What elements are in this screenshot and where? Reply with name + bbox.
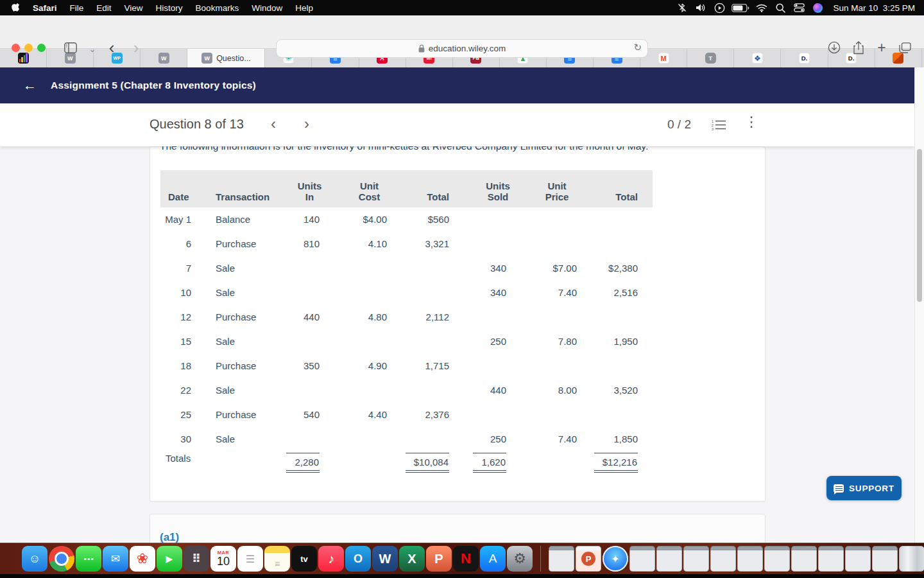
appstore-icon[interactable]: A bbox=[480, 546, 506, 572]
word-icon[interactable]: W bbox=[372, 546, 398, 572]
menu-bar-status: Sun Mar 10 3:25 PM bbox=[675, 1, 924, 15]
url-text: education.wiley.com bbox=[429, 44, 506, 53]
sidebar-icon[interactable] bbox=[62, 39, 80, 57]
minimized-window-icon[interactable] bbox=[845, 546, 871, 572]
menu-file[interactable]: File bbox=[64, 3, 90, 13]
tab-question-active[interactable]: WQuestio... bbox=[187, 49, 265, 67]
table-cell: 540 bbox=[277, 403, 325, 427]
volume-icon[interactable] bbox=[694, 1, 708, 15]
table-cell: 340 bbox=[454, 281, 511, 305]
question-score: 0 / 2 bbox=[667, 118, 691, 132]
menu-history[interactable]: History bbox=[150, 3, 189, 13]
minimized-window-icon[interactable] bbox=[791, 546, 817, 572]
table-cell: 4.90 bbox=[325, 354, 392, 378]
finder-icon[interactable]: ☺ bbox=[22, 546, 47, 572]
photos-icon[interactable]: ❀ bbox=[130, 546, 155, 572]
play-circle-icon[interactable] bbox=[712, 1, 726, 15]
launchpad-icon[interactable]: ⠿ bbox=[184, 546, 209, 572]
minimized-window-icon[interactable] bbox=[872, 546, 898, 572]
menu-safari[interactable]: Safari bbox=[26, 3, 64, 13]
tab-diamond[interactable]: ❖ bbox=[734, 49, 781, 67]
netflix-icon[interactable]: N bbox=[453, 546, 479, 572]
siri-icon[interactable] bbox=[810, 1, 825, 15]
table-cell: 140 bbox=[277, 207, 325, 232]
wifi-icon[interactable] bbox=[755, 1, 769, 15]
reminders-icon[interactable]: ☰ bbox=[237, 546, 263, 572]
minimized-window-icon[interactable] bbox=[710, 546, 736, 572]
new-tab-icon[interactable]: + bbox=[873, 39, 891, 57]
table-cell bbox=[582, 305, 653, 329]
tab-overview-icon[interactable] bbox=[896, 39, 914, 57]
mail-icon[interactable]: ✉ bbox=[103, 546, 128, 572]
back-arrow-icon[interactable]: ← bbox=[23, 79, 37, 92]
totals-cell bbox=[325, 451, 392, 491]
table-cell bbox=[277, 281, 325, 305]
menu-window[interactable]: Window bbox=[245, 3, 289, 13]
question-list-icon[interactable]: 123 bbox=[711, 119, 726, 131]
url-field[interactable]: education.wiley.com ↻ bbox=[276, 39, 648, 58]
calendar-icon[interactable]: MAR10 bbox=[210, 546, 236, 572]
dock: ☺⋯✉❀▶⠿MAR10☰≡tv♪OWXPNA⚙P✦ bbox=[0, 543, 924, 574]
table-cell: Sale bbox=[196, 256, 277, 281]
back-button[interactable]: ‹ bbox=[103, 39, 121, 57]
share-icon[interactable] bbox=[850, 39, 868, 57]
menu-bar-clock[interactable]: Sun Mar 10 3:25 PM bbox=[833, 3, 915, 13]
control-center-icon[interactable] bbox=[792, 1, 806, 15]
table-cell: 2,516 bbox=[582, 281, 653, 305]
menu-edit[interactable]: Edit bbox=[90, 3, 117, 13]
close-window-button[interactable] bbox=[12, 44, 20, 52]
tab-t[interactable]: T bbox=[687, 49, 734, 67]
notes-icon[interactable]: ≡ bbox=[264, 546, 290, 572]
music-icon[interactable]: ♪ bbox=[318, 546, 344, 572]
bluetooth-off-icon[interactable] bbox=[675, 1, 689, 15]
table-cell: 10 bbox=[160, 281, 196, 305]
minimized-window-icon[interactable] bbox=[764, 546, 790, 572]
scrollbar-thumb[interactable] bbox=[917, 149, 922, 302]
minimized-powerpoint-icon[interactable]: P bbox=[576, 546, 601, 572]
menu-view[interactable]: View bbox=[118, 3, 150, 13]
table-cell: May 1 bbox=[160, 207, 196, 232]
minimized-window-icon[interactable] bbox=[656, 546, 682, 572]
tab-wiley-2[interactable]: W bbox=[141, 49, 187, 67]
tab-d-1-favicon: D. bbox=[799, 53, 810, 64]
tab-d-1[interactable]: D. bbox=[781, 49, 828, 67]
safari-dock-icon[interactable]: ✦ bbox=[603, 546, 628, 572]
minimized-window-icon[interactable] bbox=[629, 546, 655, 572]
table-cell bbox=[392, 427, 454, 451]
chrome-icon[interactable] bbox=[49, 546, 74, 572]
settings-icon[interactable]: ⚙ bbox=[507, 546, 533, 572]
downloads-icon[interactable] bbox=[825, 39, 843, 57]
part-a1-link[interactable]: (a1) bbox=[160, 531, 179, 544]
zoom-window-button[interactable] bbox=[37, 44, 46, 52]
table-cell bbox=[392, 378, 454, 403]
facetime-icon[interactable]: ▶ bbox=[157, 546, 182, 572]
minimized-window-icon[interactable] bbox=[683, 546, 709, 572]
outlook-icon[interactable]: O bbox=[345, 546, 371, 572]
table-cell bbox=[325, 427, 392, 451]
sidebar-chevron-down-icon[interactable]: ⌄ bbox=[83, 40, 101, 58]
reload-icon[interactable]: ↻ bbox=[633, 42, 642, 53]
appletv-icon[interactable]: tv bbox=[291, 546, 317, 572]
search-icon[interactable] bbox=[773, 1, 787, 15]
trash-icon[interactable] bbox=[899, 546, 924, 572]
table-cell bbox=[511, 305, 582, 329]
powerpoint-icon[interactable]: P bbox=[426, 546, 452, 572]
forward-button[interactable]: › bbox=[127, 39, 145, 57]
next-question-button[interactable]: › bbox=[304, 115, 309, 133]
minimized-window-icon[interactable] bbox=[818, 546, 844, 572]
prev-question-button[interactable]: ‹ bbox=[271, 115, 276, 133]
excel-icon[interactable]: X bbox=[399, 546, 425, 572]
minimized-window-icon[interactable] bbox=[737, 546, 763, 572]
table-cell: $560 bbox=[392, 207, 454, 232]
minimized-window-icon[interactable] bbox=[549, 546, 574, 572]
minimize-window-button[interactable] bbox=[24, 44, 33, 52]
apple-menu-icon[interactable] bbox=[12, 3, 20, 13]
support-button[interactable]: SUPPORT bbox=[826, 476, 902, 500]
table-cell bbox=[511, 354, 582, 378]
kebab-menu-icon[interactable]: ⋮ bbox=[744, 114, 758, 130]
menu-bookmarks[interactable]: Bookmarks bbox=[189, 3, 246, 13]
battery-icon[interactable] bbox=[731, 1, 750, 15]
messages-icon[interactable]: ⋯ bbox=[76, 546, 101, 572]
menu-help[interactable]: Help bbox=[289, 3, 320, 13]
table-cell: $4.00 bbox=[325, 207, 392, 232]
